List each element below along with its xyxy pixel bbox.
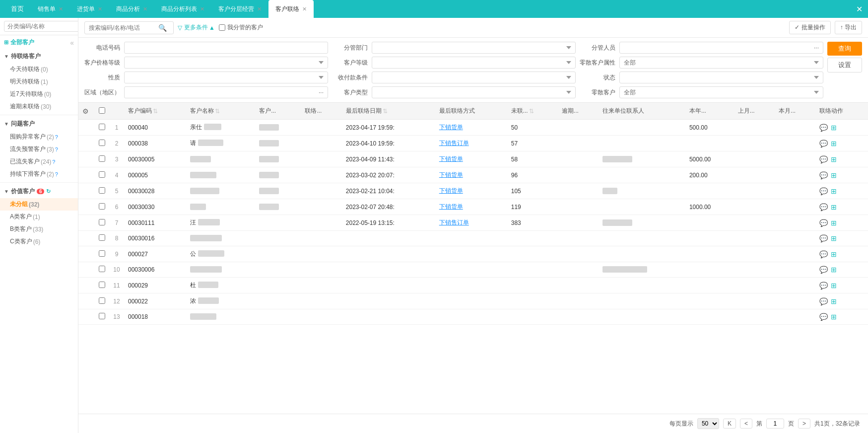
close-purchase-tab[interactable]: ✕ [98,6,102,12]
row-checkbox[interactable] [99,250,105,257]
nav-tab-analysis-list[interactable]: 商品分析列表 ✕ [154,0,211,18]
dept-select[interactable] [372,42,576,54]
sidebar-item-unclassified[interactable]: 未分组 (32) [0,198,78,211]
last-contact-date-col-header[interactable]: 最后联络日期⇅ [342,103,435,120]
sidebar-group-value[interactable]: ▼ 价值客户 6 ↻ [0,185,78,198]
chat-action-icon[interactable]: 💬 [819,171,828,179]
sidebar-item-class-a[interactable]: A类客户 (1) [0,211,78,223]
search-icon[interactable]: 🔍 [158,24,167,32]
batch-operation-btn[interactable]: ✓ 批量操作 [789,21,830,34]
sidebar-item-class-b[interactable]: B类客户 (33) [0,223,78,235]
next-page-btn[interactable]: > [798,419,810,429]
nav-tab-customer-contact[interactable]: 客户联络 ✕ [268,0,314,18]
sidebar-item-declining[interactable]: 持续下滑客户 (2) ? [0,168,78,180]
grid-action-icon[interactable]: ⊞ [831,219,837,227]
chat-action-icon[interactable]: 💬 [819,155,828,163]
row-checkbox[interactable] [99,282,105,288]
grid-action-icon[interactable]: ⊞ [831,313,837,321]
more-conditions-btn[interactable]: ▽ 更多条件 ▲ [178,23,215,32]
chat-action-icon[interactable]: 💬 [819,313,828,321]
row-checkbox[interactable] [99,203,105,210]
grid-action-icon[interactable]: ⊞ [831,282,837,289]
row-checkbox[interactable] [99,155,105,162]
payment-select[interactable] [372,72,576,83]
sidebar-group-pending[interactable]: ▼ 待联络客户 [0,50,78,63]
chat-action-icon[interactable]: 💬 [819,234,828,242]
table-settings-icon[interactable]: ⚙ [82,107,89,115]
customer-type-select[interactable] [372,86,576,98]
sidebar-item-7days-pending[interactable]: 近7天待联络 (0) [0,88,78,100]
grid-action-icon[interactable]: ⊞ [831,140,837,147]
chat-action-icon[interactable]: 💬 [819,250,828,258]
chat-action-icon[interactable]: 💬 [819,124,828,132]
close-sales-tab[interactable]: ✕ [59,6,63,12]
sidebar-item-class-c[interactable]: C类客户 (6) [0,235,78,248]
nav-tab-customer-seg[interactable]: 客户分层经营 ✕ [211,0,268,18]
row-checkbox[interactable] [99,171,105,178]
grid-action-icon[interactable]: ⊞ [831,250,837,258]
nav-home[interactable]: 首页 [4,4,31,13]
this-month-col-header[interactable]: 本月... [775,103,815,120]
nav-tab-sales[interactable]: 销售单 ✕ [31,0,70,18]
sidebar-search-input[interactable] [4,21,78,32]
phone-input[interactable] [124,42,328,54]
query-button[interactable]: 查询 [827,42,862,56]
type-col-header[interactable]: 客户... [255,103,301,120]
sidebar-group-problem[interactable]: ▼ 问题客户 [0,117,78,131]
close-customer-contact-tab[interactable]: ✕ [302,6,307,12]
customer-level-select[interactable] [372,57,576,69]
page-input[interactable] [766,419,784,429]
nav-tab-analysis[interactable]: 商品分析 ✕ [109,0,154,18]
scatter-attr-select[interactable]: 全部 [619,57,823,69]
close-analysis-list-tab[interactable]: ✕ [200,6,204,12]
row-checkbox[interactable] [99,219,105,225]
select-all-checkbox[interactable] [99,107,105,114]
this-year-col-header[interactable]: 本年... [685,103,734,120]
close-customer-seg-tab[interactable]: ✕ [257,6,262,12]
sidebar-collapse-icon[interactable]: « [70,39,74,47]
price-level-select[interactable] [124,57,328,69]
nature-select[interactable] [124,72,328,83]
manager-select[interactable]: ··· [619,42,823,54]
reset-button[interactable]: 设置 [827,58,862,72]
row-checkbox[interactable] [99,234,105,241]
region-select[interactable]: ··· [124,86,328,98]
row-checkbox[interactable] [99,266,105,272]
contact-col-header[interactable]: 联络... [301,103,341,120]
chat-action-icon[interactable]: 💬 [819,266,828,274]
grid-action-icon[interactable]: ⊞ [831,234,837,242]
my-customers-check[interactable] [219,24,225,31]
chat-action-icon[interactable]: 💬 [819,187,828,195]
overdue-col-header[interactable]: 逾期... [558,103,599,120]
row-checkbox[interactable] [99,140,105,146]
row-checkbox[interactable] [99,313,105,319]
last-month-col-header[interactable]: 上月... [734,103,775,120]
sidebar-item-churn-warning[interactable]: 流失预警客户 (3) ? [0,143,78,155]
sidebar-all-customers[interactable]: ⊞ 全部客户 « [0,35,78,50]
sidebar-item-abnormal[interactable]: 囤购异常客户 (2) ? [0,131,78,143]
code-col-header[interactable]: 客户编码⇅ [124,103,186,120]
row-checkbox[interactable] [99,297,105,304]
chat-action-icon[interactable]: 💬 [819,282,828,289]
chat-action-icon[interactable]: 💬 [819,297,828,305]
sidebar-item-today-pending[interactable]: 今天待联络 (0) [0,63,78,75]
page-size-select[interactable]: 50 [697,418,719,429]
grid-action-icon[interactable]: ⊞ [831,266,837,274]
chat-action-icon[interactable]: 💬 [819,203,828,211]
chat-action-icon[interactable]: 💬 [819,219,828,227]
status-select[interactable] [619,72,823,83]
sidebar-item-overdue-contact[interactable]: 逾期未联络 (30) [0,100,78,113]
last-contact-way-col-header[interactable]: 最后联络方式 [435,103,507,120]
window-close-button[interactable]: ✕ [854,4,864,14]
grid-action-icon[interactable]: ⊞ [831,124,837,132]
sidebar-item-tomorrow-pending[interactable]: 明天待联络 (1) [0,75,78,88]
export-btn[interactable]: ↑ 导出 [835,21,862,34]
name-col-header[interactable]: 客户名称⇅ [186,103,255,120]
nav-tab-purchase[interactable]: 进货单 ✕ [70,0,109,18]
grid-action-icon[interactable]: ⊞ [831,171,837,179]
prev-page-btn[interactable]: < [740,419,752,429]
row-checkbox[interactable] [99,187,105,194]
first-page-btn[interactable]: K [723,419,736,429]
search-input[interactable] [89,24,158,31]
grid-action-icon[interactable]: ⊞ [831,187,837,195]
